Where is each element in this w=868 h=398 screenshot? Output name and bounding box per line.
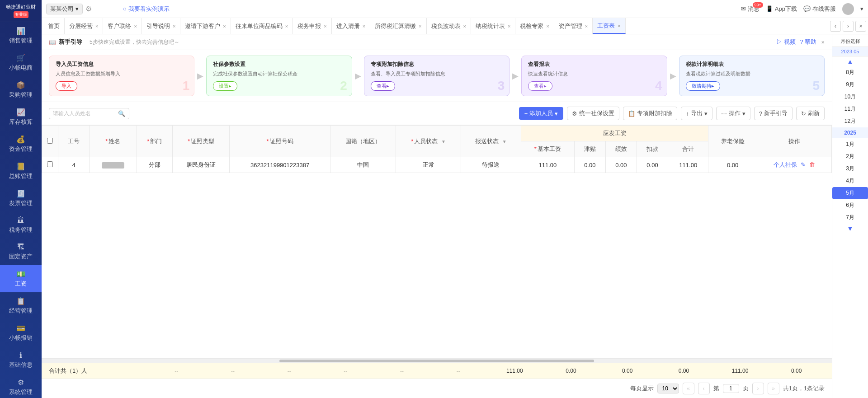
tab-close-icon[interactable]: × [546,23,549,29]
month-item-3[interactable]: 3月 [832,163,868,175]
tab-prev-btn[interactable]: ‹ [830,21,841,32]
prev-page-btn[interactable]: ‹ [698,383,710,394]
tab-tax-expert[interactable]: 税检专家 × [515,18,554,34]
step-1-btn[interactable]: 导入 [56,81,77,91]
page-size-select[interactable]: 10 20 50 [657,384,679,393]
search-input[interactable] [53,110,116,117]
sidebar-item-purchase[interactable]: 📦 采购管理 [0,76,42,103]
export-btn[interactable]: ↑ 导出 ▾ [681,107,712,120]
month-panel-year[interactable]: 2023.05 [832,47,868,56]
last-page-btn[interactable]: » [768,383,779,394]
settings-icon[interactable]: ⚙ [85,5,92,13]
month-item-6[interactable]: 6月 [832,199,868,211]
month-item-5[interactable]: 5月 [832,187,868,199]
user-avatar[interactable] [842,3,854,15]
tab-register[interactable]: 进入清册 × [332,18,370,34]
horizontal-scrollbar[interactable] [42,358,832,363]
sidebar-item-invoice[interactable]: 🧾 发票管理 [0,185,42,212]
row-checkbox[interactable] [47,161,53,167]
step-4-btn[interactable]: 查看▸ [528,81,552,91]
special-deduction-btn[interactable]: 📋 专项附加扣除 [623,107,677,120]
scrollbar-thumb[interactable] [279,360,594,362]
tab-home[interactable]: 首页 [43,18,65,34]
edit-icon[interactable]: ✎ [801,161,806,168]
month-item-1[interactable]: 1月 [832,138,868,150]
month-down-btn[interactable]: ▼ [847,225,854,232]
refresh-btn[interactable]: ↻ 刷新 [796,107,825,120]
month-item-7[interactable]: 7月 [832,211,868,224]
tab-close-icon[interactable]: × [585,23,588,29]
sidebar-item-operations[interactable]: 📋 经营管理 [0,292,42,319]
sidebar-item-assets[interactable]: 🏗 固定资产 [0,239,42,265]
app-download-btn[interactable]: 📱 App下载 [766,5,797,13]
tab-tax-stats[interactable]: 纳税统计表 × [471,18,515,34]
sidebar-item-tax[interactable]: 🏛 税务管理 [0,212,42,239]
first-page-btn[interactable]: « [683,383,694,394]
sidebar-item-salary[interactable]: 💵 工资 [0,265,42,292]
tab-tax-report[interactable]: 税务申报 × [293,18,331,34]
tab-guide-intro[interactable]: 引导说明 × [142,18,180,34]
next-page-btn[interactable]: › [752,383,764,394]
operation-btn[interactable]: ⋯ 操作 ▾ [716,107,750,120]
filter-icon[interactable]: ▼ [502,139,507,144]
tab-close-icon[interactable]: × [508,23,510,29]
demo-link[interactable]: ○ 我要看实例演示 [123,5,170,13]
sidebar-item-inventory[interactable]: 📈 库存核算 [0,103,42,131]
month-item-4[interactable]: 4月 [832,175,868,187]
step-2-btn[interactable]: 设置▸ [213,81,237,91]
month-item-11[interactable]: 11月 [832,103,868,115]
tab-close-icon[interactable]: × [463,23,466,29]
guide-video-btn[interactable]: ▷ 视频 [776,38,796,46]
month-item-8[interactable]: 8月 [832,66,868,79]
tab-product-code[interactable]: 往来单位商品编码 × [231,18,293,34]
sidebar-item-finance[interactable]: 💰 资金管理 [0,131,42,158]
tab-income-tax[interactable]: 所得税汇算清缴 × [370,18,426,34]
personal-insurance-link[interactable]: 个人社保 [774,161,797,168]
tab-invite[interactable]: 邀请下游客户 × [180,18,231,34]
tab-layered[interactable]: 分层经营 × [65,18,103,34]
filter-icon[interactable]: ▼ [441,139,446,144]
month-item-2[interactable]: 2月 [832,150,868,163]
page-input[interactable] [723,384,739,393]
add-person-btn[interactable]: + 添加人员 ▾ [519,107,564,120]
tab-close-icon[interactable]: × [95,23,98,29]
unified-settings-btn[interactable]: ⚙ 统一社保设置 [567,107,619,120]
user-name-area[interactable]: ▾ [860,5,863,12]
search-icon[interactable]: 🔍 [118,110,125,117]
delete-icon[interactable]: 🗑 [809,161,815,168]
tab-close-icon[interactable]: × [134,23,137,29]
message-btn[interactable]: ✉ 消息 99+ [741,5,760,13]
month-item-10[interactable]: 10月 [832,91,868,103]
step-5-btn[interactable]: 敬请期待▸ [686,81,720,91]
message-badge: 99+ [753,2,763,8]
step-3-btn[interactable]: 查看▸ [371,81,395,91]
new-guide-btn[interactable]: ? 新手引导 [754,107,793,120]
tab-close-icon[interactable]: × [285,23,288,29]
sidebar-item-ecommerce[interactable]: 🛒 小畅电商 [0,49,42,76]
tab-next-btn[interactable]: › [843,21,854,32]
tab-close-icon[interactable]: × [223,23,226,29]
sidebar-item-ledger[interactable]: 📒 总账管理 [0,158,42,185]
sidebar-item-sales[interactable]: 📊 销售管理 [0,22,42,49]
tab-asset-mgmt[interactable]: 资产管理 × [554,18,593,34]
guide-close-btn[interactable]: × [821,39,825,46]
tab-customer[interactable]: 客户联络 × [103,18,142,34]
tab-close-icon[interactable]: × [618,23,620,28]
sidebar-item-expense[interactable]: 💳 小畅报销 [0,319,42,346]
company-selector[interactable]: 某某公司 ▾ [46,4,83,14]
sidebar-item-system[interactable]: ⚙ 系统管理 [0,374,42,398]
month-up-btn[interactable]: ▲ [847,58,854,65]
guide-help-btn[interactable]: ? 帮助 [800,38,817,46]
month-item-12[interactable]: 12月 [832,115,868,127]
tab-close-icon[interactable]: × [324,23,326,29]
tab-tax-burden[interactable]: 税负波动表 × [427,18,471,34]
tab-close-icon[interactable]: × [173,23,175,29]
sidebar-item-basic-info[interactable]: ℹ 基础信息 [0,346,42,374]
tab-salary-table[interactable]: 工资表 × [593,18,625,34]
month-item-9[interactable]: 9月 [832,79,868,91]
tab-close-all-btn[interactable]: × [855,21,866,32]
online-service-btn[interactable]: 💬 在线客服 [803,5,836,13]
tab-close-icon[interactable]: × [363,23,365,29]
tab-close-icon[interactable]: × [419,23,421,29]
select-all-checkbox[interactable] [47,138,53,144]
